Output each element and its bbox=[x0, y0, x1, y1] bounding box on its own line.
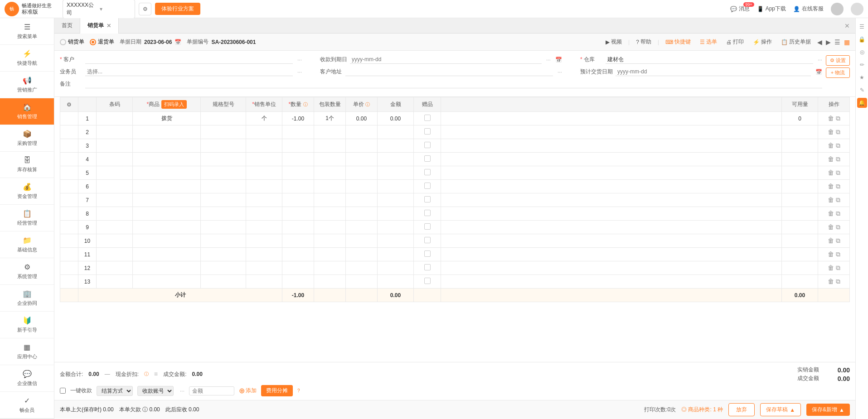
online-support-item[interactable]: 👤 在线客服 bbox=[793, 5, 824, 13]
row-price-cell[interactable] bbox=[346, 153, 378, 166]
company-selector[interactable]: XXXXXX公司 ▾ bbox=[63, 0, 135, 19]
row-unit-cell[interactable] bbox=[246, 221, 282, 234]
row-spec-cell[interactable] bbox=[201, 180, 246, 193]
right-panel-icon-6[interactable]: ✎ bbox=[857, 85, 867, 95]
row-product-cell[interactable] bbox=[133, 221, 201, 234]
row-price-cell[interactable] bbox=[346, 234, 378, 248]
right-panel-icon-orange[interactable]: 🔔 bbox=[857, 98, 867, 108]
copy-icon[interactable]: ⧉ bbox=[836, 115, 840, 122]
row-pkg-qty-cell[interactable] bbox=[314, 234, 346, 248]
row-qty-cell[interactable] bbox=[282, 180, 314, 193]
row-amount-cell[interactable] bbox=[378, 275, 414, 289]
delete-icon[interactable]: 🗑 bbox=[828, 155, 834, 163]
sidebar-item-purchase[interactable]: 📦 采购管理 bbox=[0, 125, 54, 152]
row-spec-cell[interactable] bbox=[201, 153, 246, 166]
save-draft-button[interactable]: 保存草稿 ▲ bbox=[760, 403, 801, 416]
sidebar-item-search[interactable]: ☰ 搜索菜单 bbox=[0, 18, 54, 45]
row-price-cell[interactable] bbox=[346, 193, 378, 207]
row-qty-cell[interactable] bbox=[282, 125, 314, 139]
row-product-cell[interactable] bbox=[133, 207, 201, 221]
th-settings[interactable]: ⚙ bbox=[60, 97, 78, 112]
row-barcode-cell[interactable] bbox=[97, 112, 133, 125]
row-product-cell[interactable] bbox=[133, 180, 201, 193]
row-product-cell[interactable] bbox=[133, 125, 201, 139]
nav-prev-icon[interactable]: ◀ bbox=[817, 39, 822, 46]
row-pkg-qty-cell[interactable] bbox=[314, 125, 346, 139]
row-gift-cell[interactable] bbox=[414, 125, 441, 139]
copy-icon[interactable]: ⧉ bbox=[836, 155, 840, 163]
row-gift-cell[interactable] bbox=[414, 248, 441, 261]
row-unit-cell[interactable] bbox=[246, 261, 282, 275]
row-product-cell[interactable] bbox=[133, 261, 201, 275]
delete-icon[interactable]: 🗑 bbox=[828, 237, 834, 245]
row-gift-cell[interactable] bbox=[414, 207, 441, 221]
expense-button[interactable]: 费用分摊 bbox=[261, 385, 293, 396]
row-barcode-cell[interactable] bbox=[97, 193, 133, 207]
row-qty-cell[interactable] bbox=[282, 193, 314, 207]
row-unit-cell[interactable] bbox=[246, 234, 282, 248]
row-amount-cell[interactable] bbox=[378, 180, 414, 193]
row-price-cell[interactable] bbox=[346, 221, 378, 234]
delete-icon[interactable]: 🗑 bbox=[828, 264, 834, 272]
delete-icon[interactable]: 🗑 bbox=[828, 223, 834, 231]
row-pkg-qty-cell[interactable] bbox=[314, 153, 346, 166]
row-pkg-qty-cell[interactable] bbox=[314, 275, 346, 289]
row-product-cell[interactable]: 拨货 bbox=[133, 112, 201, 125]
row-pkg-qty-cell[interactable] bbox=[314, 207, 346, 221]
sidebar-item-guide[interactable]: 🔰 新手引导 bbox=[0, 312, 54, 338]
delete-icon[interactable]: 🗑 bbox=[828, 183, 834, 190]
row-price-cell[interactable] bbox=[346, 248, 378, 261]
row-qty-cell[interactable] bbox=[282, 248, 314, 261]
one-click-payment-checkbox[interactable] bbox=[60, 388, 66, 394]
row-unit-cell[interactable] bbox=[246, 139, 282, 153]
row-amount-cell[interactable] bbox=[378, 207, 414, 221]
view-grid-icon[interactable]: ▦ bbox=[844, 39, 850, 46]
user-avatar[interactable] bbox=[831, 3, 844, 15]
row-spec-cell[interactable] bbox=[201, 275, 246, 289]
sidebar-item-wechat[interactable]: 💬 企业微信 bbox=[0, 365, 54, 392]
row-price-cell[interactable] bbox=[346, 139, 378, 153]
payment-date-input[interactable] bbox=[350, 55, 542, 64]
add-button[interactable]: ⊕ 添加 bbox=[239, 386, 257, 395]
tab-sales-order[interactable]: 销货单 ✕ bbox=[80, 18, 119, 34]
row-barcode-cell[interactable] bbox=[97, 207, 133, 221]
payment-date-calendar-icon[interactable]: 📅 bbox=[555, 57, 562, 63]
row-pkg-qty-cell[interactable] bbox=[314, 166, 346, 180]
right-panel-icon-4[interactable]: ✏ bbox=[857, 60, 867, 70]
row-barcode-cell[interactable] bbox=[97, 275, 133, 289]
copy-icon[interactable]: ⧉ bbox=[836, 237, 840, 245]
copy-icon[interactable]: ⧉ bbox=[836, 223, 840, 231]
row-unit-cell[interactable] bbox=[246, 193, 282, 207]
amount-input[interactable] bbox=[189, 386, 234, 395]
delete-icon[interactable]: 🗑 bbox=[828, 115, 834, 122]
right-panel-icon-5[interactable]: ★ bbox=[857, 72, 867, 82]
row-spec-cell[interactable] bbox=[201, 166, 246, 180]
row-gift-cell[interactable] bbox=[414, 193, 441, 207]
row-amount-cell[interactable] bbox=[378, 248, 414, 261]
row-unit-cell[interactable] bbox=[246, 207, 282, 221]
row-spec-cell[interactable] bbox=[201, 221, 246, 234]
salesperson-dots-icon[interactable]: ··· bbox=[297, 69, 302, 75]
copy-icon[interactable]: ⧉ bbox=[836, 169, 840, 177]
row-qty-cell[interactable] bbox=[282, 139, 314, 153]
warehouse-input[interactable] bbox=[606, 55, 813, 64]
account-dots-icon[interactable]: ··· bbox=[180, 388, 184, 394]
row-gift-cell[interactable] bbox=[414, 166, 441, 180]
sidebar-item-quick-nav[interactable]: ⚡ 快捷导航 bbox=[0, 45, 54, 72]
delete-icon[interactable]: 🗑 bbox=[828, 169, 834, 177]
sidebar-item-sales[interactable]: 🏠 销售管理 bbox=[0, 98, 54, 125]
row-pkg-qty-cell[interactable] bbox=[314, 139, 346, 153]
warehouse-dots-icon[interactable]: ··· bbox=[818, 57, 822, 63]
copy-icon[interactable]: ⧉ bbox=[836, 264, 840, 272]
sidebar-item-inventory[interactable]: 🗄 库存核算 bbox=[0, 152, 54, 178]
delete-icon[interactable]: 🗑 bbox=[828, 250, 834, 258]
row-price-cell[interactable] bbox=[346, 166, 378, 180]
row-spec-cell[interactable] bbox=[201, 234, 246, 248]
settlement-method-select[interactable]: 结算方式 bbox=[97, 386, 133, 396]
row-unit-cell[interactable] bbox=[246, 125, 282, 139]
row-product-cell[interactable] bbox=[133, 193, 201, 207]
sidebar-item-member[interactable]: ✓ 畅会员 bbox=[0, 392, 54, 419]
settings-button[interactable]: ⚙ 设置 bbox=[826, 55, 850, 66]
right-panel-icon-2[interactable]: 🔒 bbox=[857, 34, 867, 44]
sidebar-item-basics[interactable]: 📁 基础信息 bbox=[0, 231, 54, 258]
